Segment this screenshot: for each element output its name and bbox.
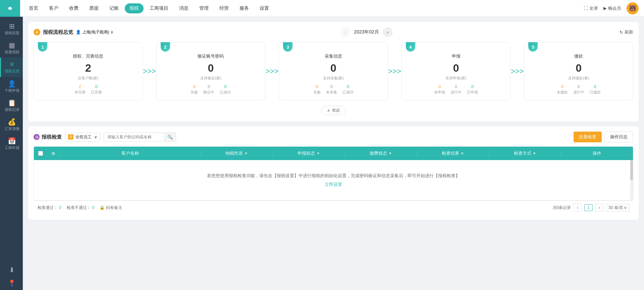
member-button[interactable]: ▶ 畅会员 — [603, 5, 621, 11]
stat-label: 已申报 — [467, 90, 478, 95]
collapse-bar: ∧ 收起 — [34, 104, 633, 116]
step-count-5: 0 — [530, 62, 628, 74]
sidebar-item-tax-records[interactable]: 📋 报税记录 — [0, 96, 23, 115]
step-sub-1: 总客户数(家) — [39, 76, 137, 81]
check-title-icon: ⊙ — [34, 134, 40, 140]
tax-overview-icon: ≡ — [10, 61, 14, 68]
th-check-result: 检查结果 ▼ — [417, 150, 489, 156]
sidebar-label-settlement: 汇算清缴 — [5, 127, 19, 131]
fullscreen-icon: ⛶ — [584, 6, 588, 11]
sidebar-item-tax-overview[interactable]: ≡ 报税总览 — [0, 58, 23, 77]
setup-link[interactable]: 立即设置 — [325, 182, 342, 188]
table-scrollbar[interactable] — [630, 160, 633, 200]
search-box: 🔍 — [104, 133, 176, 142]
flow-arrow-2: >>> — [265, 42, 279, 100]
individual-tax-icon: 👤 — [8, 80, 16, 87]
sidebar-item-download[interactable]: ⬇ — [0, 263, 23, 277]
filter-icon[interactable]: ▼ — [461, 151, 464, 155]
per-page-select[interactable]: 30 条/页 ∨ — [606, 204, 629, 212]
select-all-checkbox[interactable] — [38, 151, 43, 156]
flow-prev-button[interactable]: ‹ — [340, 27, 350, 37]
pass-count[interactable]: 0 — [59, 205, 61, 210]
nav-settings[interactable]: 设置 — [255, 3, 274, 13]
filter-icon[interactable]: ▼ — [533, 151, 536, 155]
stat-value: 0 — [193, 84, 196, 89]
search-button[interactable]: 🔍 — [164, 133, 176, 141]
stat-label: 失败 — [191, 90, 198, 95]
per-page-chevron-icon: ∨ — [624, 205, 627, 210]
staff-filter-select[interactable]: 员 全部员工 ∨ — [65, 133, 100, 142]
nav-invoices[interactable]: 票据 — [85, 3, 103, 13]
nav-services[interactable]: 服务 — [235, 3, 254, 13]
stat-label: 失败 — [313, 90, 321, 95]
flow-step-2: 2 验证账号密码 0 支持验证(家) 0 失败 0 验证中 — [156, 42, 266, 100]
sidebar: ⊞ 报税设置 ▦ 批量报税 ≡ 报税总览 👤 个税申报 📋 报税记录 💰 汇算清… — [0, 17, 23, 290]
app-logo[interactable] — [0, 0, 20, 17]
stat-item: 0 未采集 — [326, 84, 337, 95]
flow-step-1: 1 授权、完善信息 2 总客户数(家) 2 未完善 0 已完善 — [34, 42, 143, 100]
empty-message: 若您想使用报税检查功能，请先在【报税设置】中进行报税的初始化设置，完成密码验证和… — [207, 173, 460, 179]
sidebar-label-batch-tax: 批量报税 — [5, 50, 19, 54]
stat-label: 进行中 — [573, 90, 584, 95]
batch-check-button[interactable]: 批量检查 — [574, 132, 602, 142]
stat-item: 0 已申报 — [467, 84, 478, 95]
flow-next-button[interactable]: › — [383, 27, 392, 37]
nav-home[interactable]: 首页 — [24, 3, 43, 13]
nav-operations[interactable]: 经营 — [215, 3, 233, 13]
th-declare-status: 申报状态 ▼ — [273, 150, 345, 156]
flow-title-icon: + — [34, 29, 40, 35]
note-label: 闷有备注 — [106, 205, 122, 211]
nav-fees[interactable]: 收费 — [64, 3, 83, 13]
check-title-text: 报税检查 — [42, 134, 62, 140]
step-count-4: 0 — [407, 62, 505, 74]
search-input[interactable] — [104, 133, 164, 141]
flow-overview-header: + 报税流程总览 👤 上海(电子税局) ∨ ‹ 2023年02月 › ↻ 刷新 — [34, 27, 633, 37]
sidebar-item-settlement[interactable]: 💰 汇算清缴 — [0, 115, 23, 134]
filter-icon[interactable]: ▼ — [316, 151, 320, 155]
sidebar-item-annual-report[interactable]: 📅 工商年报 — [0, 134, 23, 153]
nav-management[interactable]: 管理 — [195, 3, 213, 13]
step-number-4: 4 — [406, 42, 415, 52]
page-next-button[interactable]: › — [595, 204, 603, 212]
th-customer-name: 客户名称 — [59, 150, 201, 156]
stat-value: 0 — [594, 84, 596, 89]
flow-arrow-3: >>> — [388, 42, 401, 100]
th-gear[interactable]: ⚙ — [47, 151, 59, 156]
refresh-button[interactable]: ↻ 刷新 — [620, 29, 633, 35]
flow-step-4: 4 申报 0 支持申报(家) 0 未申报 0 进行中 — [401, 42, 511, 100]
main-layout: ⊞ 报税设置 ▦ 批量报税 ≡ 报税总览 👤 个税申报 📋 报税记录 💰 汇算清… — [0, 17, 644, 290]
stat-label: 验证中 — [203, 90, 214, 95]
chevron-down-icon: ∨ — [110, 30, 113, 34]
page-first-button[interactable]: ‹ — [574, 204, 582, 212]
stat-label: 已缴款 — [590, 90, 601, 95]
sidebar-item-location[interactable]: 📍 — [0, 277, 23, 290]
th-tax-type-label: 纳税性质 — [225, 150, 243, 156]
filter-icon[interactable]: ▼ — [244, 151, 248, 155]
staff-filter-label: 全部员工 — [75, 134, 92, 140]
user-avatar[interactable]: 🐻 — [627, 2, 639, 14]
nav-tax[interactable]: 报税 — [125, 3, 144, 13]
operation-log-button[interactable]: 操作日志 — [604, 132, 633, 142]
collapse-button[interactable]: ∧ 收起 — [321, 106, 346, 115]
th-operation: 操作 — [561, 150, 633, 156]
fullscreen-button[interactable]: ⛶ 全屏 — [584, 5, 598, 11]
step-sub-2: 支持验证(家) — [162, 76, 260, 81]
table-empty-body: 若您想使用报税检查功能，请先在【报税设置】中进行报税的初始化设置，完成密码验证和… — [34, 160, 633, 200]
step-number-5: 5 — [528, 42, 538, 52]
sidebar-item-individual-tax[interactable]: 👤 个税申报 — [0, 77, 23, 96]
th-checkbox[interactable] — [34, 151, 47, 156]
nav-business[interactable]: 工商项目 — [145, 3, 173, 13]
annual-report-icon: 📅 — [8, 138, 16, 144]
tax-settings-icon: ⊞ — [9, 23, 15, 29]
stat-item: 0 已成功 — [342, 84, 354, 95]
check-title: ⊙ 报税检查 — [34, 134, 62, 140]
fail-count[interactable]: 0 — [92, 205, 95, 210]
sidebar-item-batch-tax[interactable]: ▦ 批量报税 — [0, 39, 23, 58]
filter-icon[interactable]: ▼ — [388, 151, 392, 155]
nav-bookkeeping[interactable]: 记账 — [105, 3, 123, 13]
nav-messages[interactable]: 消息 — [174, 3, 193, 13]
flow-location[interactable]: 👤 上海(电子税局) ∨ — [76, 29, 113, 35]
sidebar-item-tax-settings[interactable]: ⊞ 报税设置 — [0, 19, 23, 39]
nav-customer[interactable]: 客户 — [44, 3, 63, 13]
flow-arrow-4: >>> — [511, 42, 524, 100]
